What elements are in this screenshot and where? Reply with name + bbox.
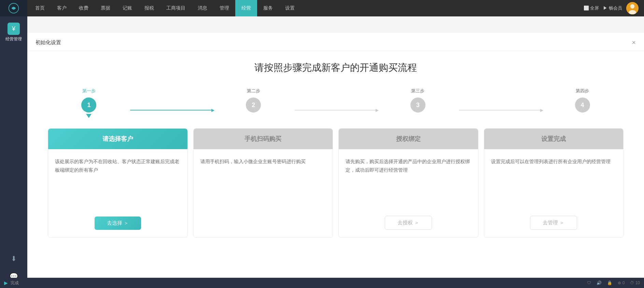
timer: ⏱ 10 (630, 280, 640, 285)
nav-item-票据[interactable]: 票据 (95, 0, 116, 16)
status-bar-right: 🛡 🔊 🔒 ⊕ 0 ⏱ 10 (587, 280, 640, 285)
card-footer-3: 去授权 ＞ (339, 211, 478, 237)
card-footer-4: 去管理 ＞ (484, 211, 624, 237)
connector-1 (130, 110, 212, 110)
svg-point-2 (630, 4, 635, 9)
step-circle-1: 1 (81, 97, 96, 113)
shield-icon: 🛡 (587, 280, 591, 285)
nav-right: ⬜ 全屏 ▶ 畅会员 (584, 2, 639, 14)
step-circle-3: 3 (410, 97, 425, 113)
sidebar: ¥ 经营管理 ⬇ 💬 (0, 0, 27, 288)
step-card-2: 手机扫码购买请用手机扫码，输入小微企业主账号密码进行购买 (193, 128, 333, 238)
page-header: 初始化设置 × (27, 33, 644, 51)
avatar[interactable] (626, 2, 639, 14)
nav-item-客户[interactable]: 客户 (51, 0, 73, 16)
card-btn-4[interactable]: 去管理 ＞ (530, 216, 577, 230)
step-circle-4: 4 (575, 97, 590, 113)
cards-row: 请选择客户该处展示的客户为不在回收站、客户状态正常建账后完成老板端绑定的所有客户… (48, 128, 624, 238)
card-body-4: 设置完成后可以在管理列表进行所有企业用户的经营管理 (484, 149, 624, 211)
connector-2 (295, 110, 377, 110)
nav-item-记账[interactable]: 记账 (116, 0, 138, 16)
step-column-1: 第一步1 (48, 88, 130, 118)
card-body-2: 请用手机扫码，输入小微企业主账号密码进行购买 (194, 149, 333, 225)
status-text: 完成 (11, 280, 19, 286)
card-footer-empty-2 (194, 225, 333, 237)
nav-item-消息[interactable]: 消息 (192, 0, 213, 16)
nav-item-报税[interactable]: 报税 (138, 0, 160, 16)
main-content: 初始化设置 × 请按照步骤完成新客户的开通购买流程 第一步1第二步2第三步3第四… (27, 33, 644, 288)
card-body-3: 请先购买，购买后选择开通的产品中的企业用户进行授权绑定，成功后即可进行经营管理 (339, 149, 478, 211)
page-title: 初始化设置 (36, 39, 61, 46)
step-card-3: 授权绑定请先购买，购买后选择开通的产品中的企业用户进行授权绑定，成功后即可进行经… (338, 128, 478, 238)
card-header-2: 手机扫码购买 (194, 129, 333, 149)
step-label-4: 第四步 (576, 88, 589, 94)
sidebar-logo (0, 0, 27, 16)
nav-item-管理[interactable]: 管理 (213, 0, 235, 16)
nav-item-经营[interactable]: 经营 (235, 0, 257, 16)
member-btn[interactable]: ▶ 畅会员 (603, 5, 622, 11)
card-footer-1: 去选择 ＞ (48, 212, 187, 237)
card-header-1: 请选择客户 (48, 129, 187, 149)
step-column-2: 第二步2 (212, 88, 295, 113)
step-indicator-1 (86, 114, 92, 118)
nav-items: 首页客户收费票据记账报税工商项目消息管理经营服务设置 (29, 0, 584, 16)
nav-item-首页[interactable]: 首页 (29, 0, 51, 16)
jingying-icon: ¥ (8, 23, 20, 35)
step-label-2: 第二步 (247, 88, 260, 94)
notif-count: ⊕ 0 (618, 280, 625, 285)
fullscreen-btn[interactable]: ⬜ 全屏 (584, 5, 599, 11)
step-label-3: 第三步 (411, 88, 424, 94)
play-icon[interactable]: ▶ (4, 280, 8, 286)
card-body-1: 该处展示的客户为不在回收站、客户状态正常建账后完成老板端绑定的所有客户 (48, 149, 187, 212)
step-column-4: 第四步4 (541, 88, 624, 113)
card-header-3: 授权绑定 (339, 129, 478, 149)
sidebar-download-icon[interactable]: ⬇ (0, 250, 27, 267)
lock-icon: 🔒 (607, 280, 612, 285)
card-btn-3[interactable]: 去授权 ＞ (385, 216, 432, 230)
status-bar-left: ▶ 完成 (4, 280, 19, 286)
step-card-1: 请选择客户该处展示的客户为不在回收站、客户状态正常建账后完成老板端绑定的所有客户… (48, 128, 188, 238)
nav-item-设置[interactable]: 设置 (279, 0, 301, 16)
flow-container: 请按照步骤完成新客户的开通购买流程 第一步1第二步2第三步3第四步4 请选择客户… (27, 51, 644, 245)
step-circle-2: 2 (246, 97, 261, 113)
connector-3 (459, 110, 541, 110)
top-nav: 首页客户收费票据记账报税工商项目消息管理经营服务设置 ⬜ 全屏 ▶ 畅会员 (0, 0, 644, 16)
status-bar: ▶ 完成 🛡 🔊 🔒 ⊕ 0 ⏱ 10 (0, 278, 644, 288)
step-card-4: 设置完成设置完成后可以在管理列表进行所有企业用户的经营管理去管理 ＞ (484, 128, 624, 238)
steps-row: 第一步1第二步2第三步3第四步4 (48, 88, 624, 118)
sidebar-item-label: 经营管理 (5, 36, 22, 42)
volume-icon: 🔊 (597, 280, 602, 285)
step-label-1: 第一步 (82, 88, 96, 94)
step-column-3: 第三步3 (377, 88, 459, 113)
card-btn-1[interactable]: 去选择 ＞ (95, 217, 141, 230)
nav-item-工商项目[interactable]: 工商项目 (160, 0, 192, 16)
card-header-4: 设置完成 (484, 129, 624, 149)
close-button[interactable]: × (632, 39, 636, 46)
flow-heading: 请按照步骤完成新客户的开通购买流程 (48, 61, 624, 74)
sidebar-item-jingying[interactable]: ¥ 经营管理 (0, 18, 27, 45)
nav-item-收费[interactable]: 收费 (73, 0, 95, 16)
nav-item-服务[interactable]: 服务 (257, 0, 279, 16)
